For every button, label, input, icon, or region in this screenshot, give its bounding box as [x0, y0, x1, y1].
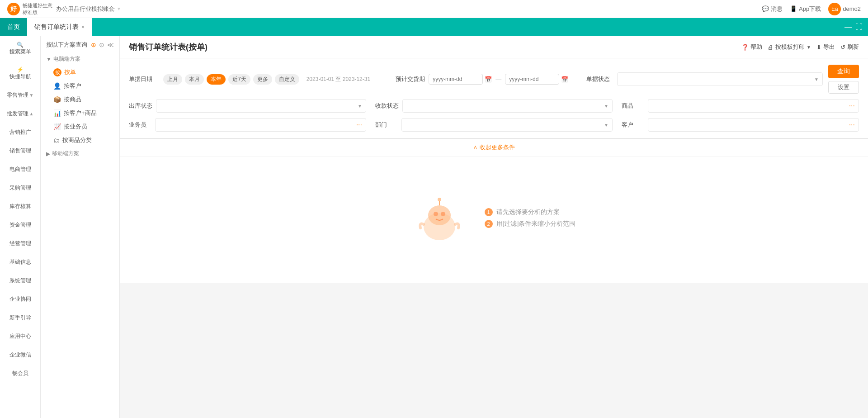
sidebar-item-enterprise[interactable]: 企业协同: [0, 290, 40, 309]
empty-robot-svg: [412, 193, 467, 247]
refresh-button[interactable]: ↺ 刷新: [840, 43, 859, 51]
svg-point-1: [428, 205, 451, 225]
collapse-bar[interactable]: ∧ 收起更多条件: [120, 138, 868, 156]
sidebar-item-purchase[interactable]: 采购管理: [0, 179, 40, 197]
sidebar-item-sales[interactable]: 销售管理: [0, 142, 40, 160]
goods-field[interactable]: ···: [648, 99, 859, 113]
filter-goods: 商品 ···: [622, 99, 859, 113]
expected-date-start: 📅: [429, 74, 492, 85]
logo-icon: 好: [7, 3, 20, 15]
settings-button[interactable]: 设置: [828, 81, 859, 94]
btn-last-month[interactable]: 上月: [163, 74, 182, 85]
ship-status-field[interactable]: ▼: [156, 99, 366, 113]
sidebar-item-finance[interactable]: 资金管理: [0, 216, 40, 234]
page-title: 销售订单统计表(按单): [129, 42, 208, 58]
close-tab-icon[interactable]: ×: [81, 24, 85, 30]
btn-custom[interactable]: 自定义: [275, 74, 299, 85]
tab-sales-order-stats[interactable]: 销售订单统计表 ×: [27, 18, 92, 36]
nav-tabs: 首页 销售订单统计表 × — ⛶: [0, 18, 868, 36]
tab-home[interactable]: 首页: [0, 18, 27, 36]
sidebar-item-appcenter[interactable]: 应用中心: [0, 327, 40, 346]
scheme-staff-icon: 📈: [53, 123, 61, 130]
scheme-order-icon: 按: [53, 68, 61, 76]
sidebar-item-wechat[interactable]: 企业微信: [0, 346, 40, 364]
dept-field[interactable]: ▼: [401, 118, 613, 132]
sidebar-item-ecommerce[interactable]: 电商管理: [0, 160, 40, 179]
calendar-end-icon[interactable]: 📅: [561, 76, 568, 83]
sidebar-item-newuser[interactable]: 新手引导: [0, 309, 40, 327]
filter-row-3: 业务员 ··· 部门 ▼: [129, 118, 859, 132]
staff-field[interactable]: ···: [155, 118, 366, 132]
sidebar-item-quicknav[interactable]: ⚡ 快捷导航: [0, 61, 40, 86]
sidebar-item-retail[interactable]: 零售管理 ▼: [0, 86, 40, 104]
goods-more-icon[interactable]: ···: [849, 102, 855, 110]
filter-staff: 业务员 ···: [129, 118, 366, 132]
maximize-icon[interactable]: ⛶: [855, 23, 863, 31]
staff-more-icon[interactable]: ···: [356, 121, 362, 129]
scheme-goods-icon: 📦: [53, 96, 61, 103]
collapse-panel-icon[interactable]: ≪: [107, 41, 114, 48]
tree-expand-icon[interactable]: ▼: [46, 56, 52, 62]
app-download-button[interactable]: 📱 App下载: [790, 5, 821, 13]
btn-more[interactable]: 更多: [253, 74, 272, 85]
sidebar-item-basic-info[interactable]: 基础信息: [0, 253, 40, 271]
phone-icon: 📱: [790, 5, 797, 12]
left-panel-actions: ⊕ ⊙ ≪: [91, 41, 114, 48]
single-status-label: 单据状态: [586, 75, 613, 83]
scheme-item-goods-category[interactable]: 🗂 按商品分类: [41, 133, 119, 147]
sidebar-item-wholesale[interactable]: 批发管理 ▲: [0, 104, 40, 123]
customer-field[interactable]: ···: [648, 118, 859, 132]
message-button[interactable]: 💬 消息: [762, 5, 783, 13]
chevron-down-icon: ▼: [604, 123, 609, 128]
filter-ship-status: 出库状态 ▼: [129, 99, 366, 113]
expected-date-label: 预计交货期: [396, 75, 425, 83]
help-button[interactable]: ❓ 帮助: [741, 43, 762, 51]
query-button[interactable]: 查询: [828, 65, 859, 78]
breadcrumb[interactable]: 办公用品行业模拟账套 ▼: [56, 5, 121, 13]
sidebar-item-marketing[interactable]: 营销推广: [0, 123, 40, 142]
sidebar-item-search[interactable]: 🔍 搜索菜单: [0, 36, 40, 61]
chevron-up-icon: ▲: [29, 111, 34, 116]
chevron-down-icon: ▼: [358, 104, 362, 109]
add-scheme-icon[interactable]: ⊕: [91, 41, 96, 48]
empty-tip-2: 2 用[过滤]条件来缩小分析范围: [485, 220, 576, 228]
sidebar-item-system[interactable]: 系统管理: [0, 271, 40, 290]
scheme-item-customer-goods[interactable]: 📊 按客户+商品: [41, 106, 119, 120]
edit-scheme-icon[interactable]: ⊙: [99, 41, 104, 48]
sidebar-item-member[interactable]: 畅会员: [0, 364, 40, 383]
top-bar-right: 💬 消息 📱 App下载 Ea demo2: [762, 3, 861, 15]
collapse-icon: ∧: [473, 144, 478, 151]
sidebar-item-inventory[interactable]: 库存核算: [0, 197, 40, 216]
customer-more-icon[interactable]: ···: [849, 121, 855, 129]
scheme-customer-icon: 👤: [53, 82, 61, 90]
main-layout: 🔍 搜索菜单 ⚡ 快捷导航 零售管理 ▼ 批发管理 ▲ 营销推广 销售管理 电商…: [0, 36, 868, 418]
empty-tip-1: 1 请先选择要分析的方案: [485, 208, 576, 216]
expected-date-start-input[interactable]: [429, 74, 483, 85]
date-dash: —: [495, 76, 501, 83]
scheme-item-order[interactable]: 按 按单: [41, 66, 119, 79]
sidebar-item-management[interactable]: 经营管理: [0, 234, 40, 253]
scheme-item-staff[interactable]: 📈 按业务员: [41, 120, 119, 133]
left-panel: 按以下方案查询 ⊕ ⊙ ≪ ▼ 电脑端方案 按 按单 👤 按客户 📦 按商品 📊…: [41, 36, 120, 418]
chevron-down-icon: ▼: [604, 104, 609, 109]
export-button[interactable]: ⬇ 导出: [816, 43, 835, 51]
calendar-start-icon[interactable]: 📅: [485, 76, 492, 83]
tree-expand-mobile-icon[interactable]: ▶: [46, 151, 50, 157]
scheme-item-customer[interactable]: 👤 按客户: [41, 79, 119, 93]
date-quick-buttons: 上月 本月 本年 近7天 更多 自定义: [163, 74, 299, 85]
scheme-item-goods[interactable]: 📦 按商品: [41, 93, 119, 106]
filter-customer: 客户 ···: [622, 118, 859, 132]
btn-this-year[interactable]: 本年: [207, 74, 226, 85]
btn-this-month[interactable]: 本月: [185, 74, 204, 85]
page-actions: ❓ 帮助 🖨 按模板打印 ▼ ⬇ 导出 ↺ 刷新: [741, 43, 859, 57]
svg-point-5: [438, 198, 441, 201]
single-status-field[interactable]: ▼: [617, 72, 823, 86]
expected-date-end-input[interactable]: [505, 74, 559, 85]
minimize-icon[interactable]: —: [844, 23, 852, 31]
tip-num-2: 2: [485, 220, 493, 228]
collect-status-field[interactable]: ▼: [402, 99, 613, 113]
user-avatar[interactable]: Ea demo2: [828, 3, 861, 15]
template-print-button[interactable]: 🖨 按模板打印 ▼: [768, 43, 811, 51]
filter-area: 单据日期 上月 本月 本年 近7天 更多 自定义 2023-01-01 至 20…: [120, 58, 868, 138]
btn-7days[interactable]: 近7天: [228, 74, 250, 85]
